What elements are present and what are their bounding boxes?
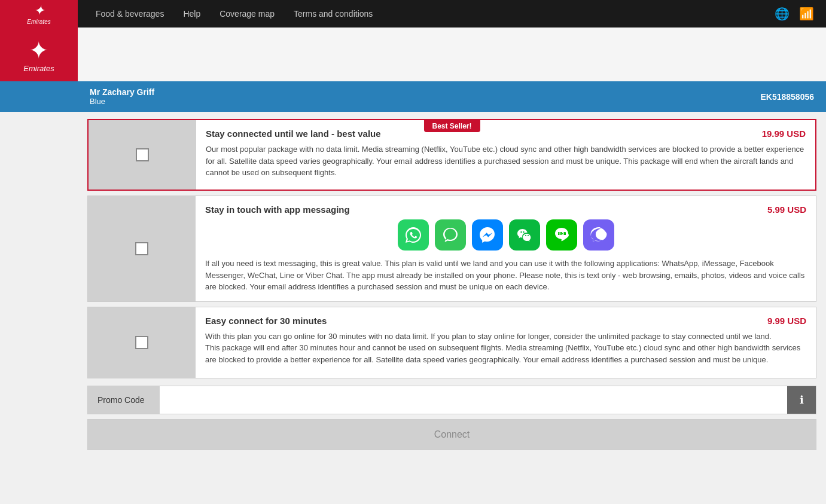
package-unlimited-header: Stay connected until we land - best valu… — [206, 129, 806, 139]
package-30min-header: Easy connect for 30 minutes 9.99 USD — [205, 316, 806, 326]
package-messaging-desc: If all you need is text messaging, this … — [205, 258, 806, 293]
sidebar-logo: ✦ Emirates — [0, 28, 78, 81]
package-30min-desc: With this plan you can go online for 30 … — [205, 331, 806, 366]
globe-icon[interactable]: 🌐 — [775, 7, 790, 21]
navbar: ✦ Emirates Food & beverages Help Coverag… — [0, 0, 826, 28]
messenger-icon — [472, 219, 503, 251]
main-content-wrapper: Best Seller! Stay connected until we lan… — [0, 112, 826, 457]
whatsapp-icon — [398, 219, 429, 251]
package-unlimited-title: Stay connected until we land - best valu… — [206, 129, 381, 139]
user-name: Mr Zachary Griff — [90, 87, 154, 97]
left-sidebar — [0, 112, 78, 457]
viber-icon — [583, 219, 614, 251]
promo-section: Promo Code ℹ — [87, 386, 816, 414]
nav-terms[interactable]: Terms and conditions — [294, 9, 373, 19]
package-messaging-header: Stay in touch with app messaging 5.99 US… — [205, 204, 806, 215]
package-30min[interactable]: Easy connect for 30 minutes 9.99 USD Wit… — [87, 307, 816, 378]
package-messaging-price: 5.99 USD — [767, 204, 806, 215]
package-messaging[interactable]: Stay in touch with app messaging 5.99 US… — [87, 196, 816, 302]
info-icon: ℹ — [800, 393, 804, 407]
imessage-icon — [435, 219, 466, 251]
header-space — [78, 28, 826, 81]
package-30min-price: 9.99 USD — [767, 316, 806, 326]
package-30min-title: Easy connect for 30 minutes — [205, 316, 327, 326]
radio-area-30min[interactable] — [88, 307, 196, 378]
user-bar: Mr Zachary Griff Blue EK518858056 — [78, 81, 826, 112]
user-bar-container: Mr Zachary Griff Blue EK518858056 — [0, 81, 826, 112]
radio-area-messaging[interactable] — [88, 196, 196, 301]
package-unlimited[interactable]: Best Seller! Stay connected until we lan… — [87, 119, 816, 191]
package-unlimited-content: Stay connected until we land - best valu… — [196, 120, 815, 190]
package-messaging-title: Stay in touch with app messaging — [205, 204, 350, 215]
user-bar-sidebar — [0, 81, 78, 112]
line-icon — [546, 219, 577, 251]
messaging-icons — [205, 219, 806, 251]
radio-unlimited[interactable] — [136, 148, 149, 161]
nav-food-beverages[interactable]: Food & beverages — [96, 9, 164, 19]
navbar-logo: ✦ Emirates — [0, 0, 78, 28]
package-unlimited-desc: Our most popular package with no data li… — [206, 143, 806, 179]
package-30min-content: Easy connect for 30 minutes 9.99 USD Wit… — [196, 307, 816, 378]
radio-area-unlimited[interactable] — [89, 120, 196, 190]
user-bar-wrapper: Mr Zachary Griff Blue EK518858056 — [0, 81, 826, 112]
connect-button[interactable]: Connect — [87, 419, 816, 450]
wechat-icon — [509, 219, 540, 251]
promo-label: Promo Code — [88, 386, 160, 414]
logo-header: ✦ Emirates — [0, 28, 826, 81]
user-info: Mr Zachary Griff Blue — [90, 87, 154, 106]
user-tier: Blue — [90, 97, 154, 106]
content-area: Best Seller! Stay connected until we lan… — [78, 112, 826, 457]
nav-help[interactable]: Help — [183, 9, 200, 19]
radio-30min[interactable] — [135, 336, 148, 349]
radio-messaging[interactable] — [135, 242, 148, 255]
promo-input[interactable] — [160, 386, 787, 414]
nav-coverage-map[interactable]: Coverage map — [220, 9, 275, 19]
wifi-icon[interactable]: 📶 — [799, 7, 814, 21]
brand-name: Emirates — [27, 19, 50, 25]
nav-links: Food & beverages Help Coverage map Terms… — [96, 9, 373, 19]
sidebar-brand-name: Emirates — [23, 64, 54, 73]
promo-info-button[interactable]: ℹ — [787, 386, 816, 414]
package-unlimited-price: 19.99 USD — [762, 129, 806, 139]
best-seller-badge: Best Seller! — [423, 120, 480, 132]
package-messaging-content: Stay in touch with app messaging 5.99 US… — [196, 196, 816, 301]
nav-icons: 🌐 📶 — [775, 7, 814, 21]
flight-number: EK518858056 — [760, 92, 814, 102]
